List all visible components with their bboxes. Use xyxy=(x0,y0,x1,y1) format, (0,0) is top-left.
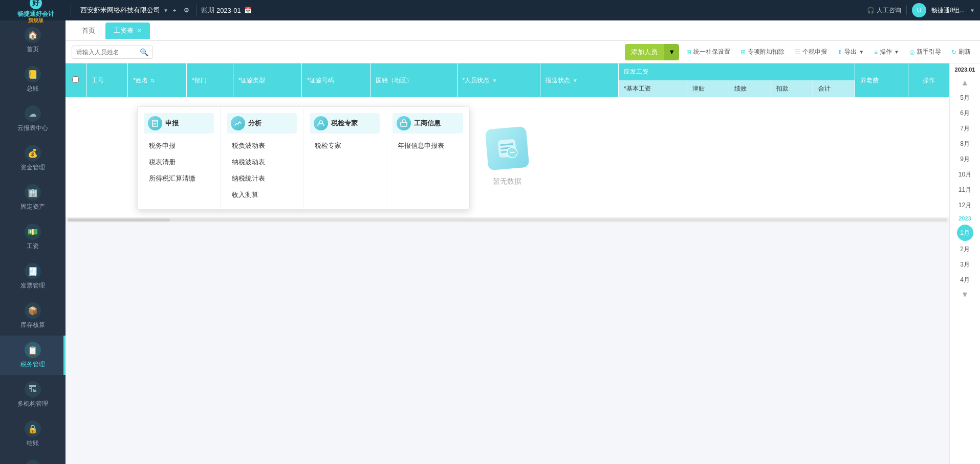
add-company-btn[interactable]: ＋ xyxy=(168,4,181,17)
individual-tax-label: 个税申报 xyxy=(802,48,827,56)
inventory-icon: 📦 xyxy=(25,302,41,319)
sidebar-item-fund[interactable]: 💰 资金管理 xyxy=(0,139,66,178)
th-total: 合计 xyxy=(813,80,855,97)
table-area: 工号 *姓名 ⇅ *部门 *证鉴类型 *证鉴号码 国籍（地区） *人员状态 ▼ … xyxy=(66,63,980,464)
th-pension: 养老费 xyxy=(855,63,908,97)
th-region: 国籍（地区） xyxy=(371,63,457,97)
menu-tax-expert[interactable]: 税检专家 xyxy=(310,138,380,154)
sidebar-item-cloud-report[interactable]: ☁ 云报表中心 xyxy=(0,99,66,139)
add-dropdown-icon: ▼ xyxy=(668,48,675,56)
tab-salary-table[interactable]: 工资表 ✕ xyxy=(105,23,150,39)
sidebar-item-home[interactable]: 🏠 首页 xyxy=(0,20,66,60)
cloud-icon: ☁ xyxy=(25,105,41,122)
tax-icon: 📋 xyxy=(25,342,41,358)
month-2[interactable]: 2月 xyxy=(953,242,977,256)
th-id-type: *证鉴类型 xyxy=(233,63,301,97)
add-person-btn[interactable]: 添加人员 ▼ xyxy=(625,44,679,60)
divider1 xyxy=(71,4,71,16)
refresh-btn[interactable]: ↻ 刷新 xyxy=(948,46,974,58)
search-input[interactable] xyxy=(76,49,138,56)
gear-icon: ⚙ xyxy=(184,7,189,14)
special-deduction-btn[interactable]: ⊞ 专项附加扣除 xyxy=(737,46,788,58)
sidebar-item-close[interactable]: 🔒 结账 xyxy=(0,414,66,454)
user-dropdown-icon[interactable]: ▼ xyxy=(970,8,975,13)
menu-income-forecast[interactable]: 收入测算 xyxy=(227,187,297,203)
month-9[interactable]: 9月 xyxy=(953,152,977,166)
scroll-thumb[interactable] xyxy=(68,218,170,222)
menu-tax-wave[interactable]: 纳税波动表 xyxy=(227,154,297,170)
sidebar-item-archive[interactable]: 📁 归档管理 xyxy=(0,454,66,464)
menu-income-tax[interactable]: 所得税汇算清缴 xyxy=(144,170,214,187)
user-area: 🎧 人工咨询 U 畅捷通8组... ▼ xyxy=(867,3,975,17)
month-11[interactable]: 11月 xyxy=(953,183,977,197)
close-period-icon: 🔒 xyxy=(25,421,41,437)
sidebar-item-invoice[interactable]: 🧾 发票管理 xyxy=(0,257,66,296)
company-selector[interactable]: 西安虾米网络科技有限公司 ▼ xyxy=(80,6,168,15)
company-name: 西安虾米网络科技有限公司 xyxy=(80,6,160,15)
sidebar-item-multi-org[interactable]: 🏗 多机构管理 xyxy=(0,375,66,414)
search-icon: 🔍 xyxy=(140,48,148,56)
individual-tax-btn[interactable]: ☰ 个税申报 xyxy=(792,46,830,58)
sidebar-label-fund: 资金管理 xyxy=(20,163,45,172)
home-icon: 🏠 xyxy=(25,27,41,43)
menu-tax-stats[interactable]: 纳税统计表 xyxy=(227,170,297,187)
month-12[interactable]: 12月 xyxy=(953,198,977,212)
declaration-icon xyxy=(148,116,162,130)
top-header: 好 畅捷通好会计 旗舰版 西安虾米网络科技有限公司 ▼ ＋ ⚙ 账期 2023-… xyxy=(0,0,980,20)
export-btn[interactable]: ⬆ 导出 ▼ xyxy=(834,46,867,58)
month-7[interactable]: 7月 xyxy=(953,121,977,136)
sidebar-item-inventory[interactable]: 📦 库存核算 xyxy=(0,296,66,336)
menu-tax-declaration[interactable]: 税务申报 xyxy=(144,138,214,154)
month-5[interactable]: 5月 xyxy=(953,91,977,105)
scroll-down-btn[interactable]: ▼ xyxy=(958,288,972,302)
month-4[interactable]: 4月 xyxy=(953,273,977,287)
th-id-no: *证鉴号码 xyxy=(301,63,370,97)
dropdown-popup: 申报 税务申报 税表清册 所得税汇算清缴 xyxy=(137,106,470,210)
calendar-icon: 📅 xyxy=(244,7,252,14)
menu-tax-list[interactable]: 税表清册 xyxy=(144,154,214,170)
tab-close-icon[interactable]: ✕ xyxy=(137,27,142,34)
guide-btn-icon: ◎ xyxy=(909,49,914,56)
th-dept: *部门 xyxy=(187,63,233,97)
sidebar-item-ledger[interactable]: 📒 总账 xyxy=(0,60,66,99)
select-all-checkbox[interactable] xyxy=(72,76,79,83)
guide-btn[interactable]: ◎ 新手引导 xyxy=(906,46,944,58)
sidebar-item-asset[interactable]: 🏢 固定资产 xyxy=(0,178,66,217)
operation-icon: ≡ xyxy=(874,49,878,56)
analysis-title: 分析 xyxy=(248,119,262,128)
scroll-up-btn[interactable]: ▲ xyxy=(958,76,972,90)
social-label: 统一社保设置 xyxy=(693,48,730,56)
th-performance: 绩效 xyxy=(729,80,771,97)
tab-home[interactable]: 首页 xyxy=(74,23,103,39)
scroll-bar[interactable] xyxy=(66,217,949,223)
tax-expert-title: 税检专家 xyxy=(331,119,358,128)
sidebar-item-salary[interactable]: 💵 工资 xyxy=(0,217,66,257)
add-person-main-btn[interactable]: 添加人员 xyxy=(625,44,664,60)
support-btn[interactable]: 🎧 人工咨询 xyxy=(867,6,901,15)
divider3 xyxy=(906,5,907,15)
sidebar-item-tax[interactable]: 📋 税务管理 xyxy=(0,336,66,375)
sidebar-label-inventory: 库存核算 xyxy=(20,321,45,329)
declaration-title: 申报 xyxy=(165,119,179,128)
guide-label: 新手引导 xyxy=(917,48,941,56)
tab-salary-label: 工资表 xyxy=(114,26,134,35)
business-title: 工商信息 xyxy=(414,119,441,128)
add-person-dropdown-btn[interactable]: ▼ xyxy=(664,44,679,60)
sidebar-label-invoice: 发票管理 xyxy=(20,281,45,290)
calendar-btn[interactable]: 📅 xyxy=(241,5,255,16)
support-label: 人工咨询 xyxy=(877,6,901,15)
month-6[interactable]: 6月 xyxy=(953,106,977,120)
menu-annual-report[interactable]: 年报信息申报表 xyxy=(393,138,463,154)
settings-btn[interactable]: ⚙ xyxy=(181,5,192,16)
th-checkbox xyxy=(66,63,86,97)
headset-icon: 🎧 xyxy=(867,7,875,14)
social-security-btn[interactable]: ⊞ 统一社保设置 xyxy=(683,46,733,58)
operation-btn[interactable]: ≡ 操作 ▼ xyxy=(871,46,902,58)
menu-tax-burden[interactable]: 税负波动表 xyxy=(227,138,297,154)
month-1-active[interactable]: 1月 xyxy=(957,225,973,241)
month-8[interactable]: 8月 xyxy=(953,137,977,151)
tab-home-label: 首页 xyxy=(82,26,95,35)
sidebar-label-salary: 工资 xyxy=(27,242,39,251)
month-3[interactable]: 3月 xyxy=(953,257,977,272)
month-10[interactable]: 10月 xyxy=(953,167,977,182)
